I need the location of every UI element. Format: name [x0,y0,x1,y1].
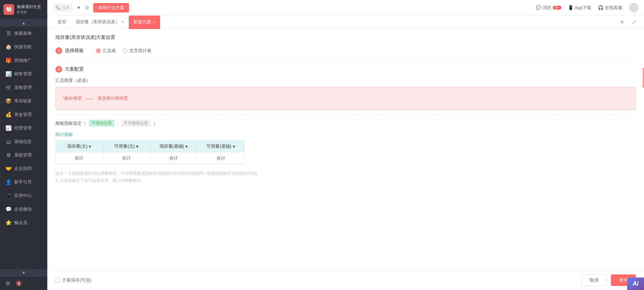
search-bar[interactable]: 🔍 搜索 [53,3,73,12]
ai-badge[interactable]: Ai [627,277,644,290]
chevron-down-icon-4: ▾ [233,144,235,149]
newbie-icon: 👤 [5,179,11,185]
sidebar-item-basics[interactable]: 🗂 基础信息 [0,135,47,148]
tab-new-plan-close[interactable]: × [153,20,155,24]
member-icon: ⭐ [5,220,11,226]
chevron-down-icon-3: ▾ [185,144,188,149]
sidebar-item-finance[interactable]: 💰 资金管理 [0,108,47,121]
save-checkbox[interactable] [55,278,60,283]
stats-table: 现存量(主) ▾ 可用量(主) ▾ 现存量(基辅) ▾ [55,140,245,164]
sidebar-item-company[interactable]: 🤝 企业协同 [0,162,47,175]
stats-col-4-header[interactable]: 可用量(基辅) ▾ [197,141,244,152]
scroll-up-arrow[interactable]: ▲ [0,19,47,27]
radio-cross-label: 交叉统计表 [129,48,151,54]
section-1-title: 选择模板 [65,48,84,54]
marketing-icon: 🎁 [5,57,11,64]
dim-placeholder: 请选择分组维度 [97,95,128,101]
scroll-down-arrow[interactable]: ▼ [0,269,47,276]
chevron-down-icon-1: ▾ [89,144,91,149]
section-2: 2 方案配置 汇总维度（必选） *纵向维度 —— 请选择分组维度 模板指标设定（ [55,66,636,184]
company-icon: 🤝 [5,166,11,172]
sidebar-item-sales[interactable]: 📊 销售管理 [0,67,47,81]
indicator-settings: 模板指标设定（ 可拖动位置 | 不可拖动位置 ） [55,120,636,127]
save-option: 方案保存(可选) [55,277,92,283]
indicator-suffix: ） [153,120,158,126]
topbar: 🔍 搜索 ▼ ⚙ 体验行业方案 💬 消息 99+ 📱 App下载 🎧 在线客服 [47,0,644,16]
sidebar-item-app-center[interactable]: 📱 应用中心 [0,189,47,202]
tab-inventory-close[interactable]: × [122,20,124,24]
search-placeholder: 搜索 [62,5,70,10]
topbar-right: 💬 消息 99+ 📱 App下载 🎧 在线客服 [536,3,639,13]
sidebar-item-label: 搜索菜单 [14,30,32,37]
logo-icon: 畅 [3,4,14,15]
template-radio-group: 汇总表 交叉统计表 [96,48,151,54]
section-1-divider [55,59,636,59]
customer-service-btn[interactable]: 🎧 在线客服 [598,5,622,11]
section-2-divider [55,115,636,115]
sidebar-item-search-menu[interactable]: ☰ 搜索菜单 [0,27,47,40]
sidebar-item-system[interactable]: ⚙ 系统管理 [0,148,47,162]
tab-home-label: 首页 [57,19,66,25]
tabs-close-btn[interactable]: ✕ [617,18,626,27]
section-2-header: 2 方案配置 [55,66,636,73]
sidebar-item-inventory[interactable]: 📦 库存核算 [0,94,47,108]
avatar[interactable] [629,3,639,13]
tab-inventory[interactable]: 现存量（库存状况表） × [71,16,129,29]
stats-col-1-body: 合计 [56,152,103,164]
sidebar-item-operations[interactable]: 📈 经营管理 [0,121,47,135]
topbar-settings-icon[interactable]: ⚙ [85,5,89,11]
message-btn[interactable]: 💬 消息 99+ [536,5,561,11]
sidebar-item-marketing[interactable]: 🎁 营销推广 [0,54,47,67]
app-badge: 标准版 [17,10,41,15]
sidebar-item-label: 资金管理 [14,112,32,118]
chevron-down-icon-2: ▾ [136,144,139,149]
dim-vertical-label: *纵向维度 [63,95,82,101]
sidebar: 畅 畅康通好生意 标准版 ▲ ☰ 搜索菜单 🏠 快捷导航 🎁 营销推广 📊 销售… [0,0,47,290]
app-download-btn[interactable]: 📱 App下载 [568,5,591,11]
sidebar-item-newbie[interactable]: 👤 新手引导 [0,175,47,189]
sidebar-item-label: 企业微信 [14,206,32,212]
sidebar-item-wechat[interactable]: 💬 企业微信 [0,202,47,216]
stats-col-1-header[interactable]: 现存量(主) ▾ [56,141,103,152]
finance-icon: 💰 [5,112,11,118]
tab-home[interactable]: 首页 [53,16,71,29]
topbar-dropdown[interactable]: ▼ [77,5,81,10]
sidebar-item-quick-nav[interactable]: 🏠 快捷导航 [0,40,47,54]
sidebar-item-label: 应用中心 [14,193,32,199]
customer-service-label: 在线客服 [605,5,622,11]
search-icon: 🔍 [55,5,60,10]
message-badge: 99+ [553,6,561,9]
sound-icon[interactable]: 🔇 [16,280,22,287]
tips-section: 提示： 1.拖动标题栏可以调整布局，不可跨维度或指标区域拖动栏目字段(只能在同一… [55,171,636,184]
dimension-area[interactable]: *纵向维度 —— 请选择分组维度 [55,87,636,110]
radio-summary[interactable]: 汇总表 [96,48,116,54]
stats-col-3-body: 合计 [150,152,198,164]
settings-icon[interactable]: ⚙ [5,280,10,287]
tabs-expand-btn[interactable]: ⤢ [629,18,639,27]
sidebar-item-label: 新手引导 [14,179,32,185]
stats-col-3-header[interactable]: 现存量(基辅) ▾ [150,141,198,152]
sidebar-item-label: 库存核算 [14,98,32,104]
system-icon: ⚙ [5,152,11,158]
section-2-title: 方案配置 [65,66,84,72]
tip-2: 2. 点击标题栏下拉可设置排序、插入列和删除列 [55,178,636,184]
quick-nav-icon: 🏠 [5,44,11,50]
trial-btn[interactable]: 体验行业方案 [93,3,129,13]
inventory-icon: 📦 [5,98,11,104]
stats-body-row: 合计 合计 合计 合计 [56,152,244,164]
right-accent-bar [643,68,644,88]
cancel-button[interactable]: 取消 [581,274,607,286]
sidebar-item-member[interactable]: ⭐ 畅会员 [0,216,47,229]
tab-new-plan[interactable]: 新建方案 × [129,16,160,29]
stats-section: 统计指标 现存量(主) ▾ 可用量(主) ▾ [55,131,636,165]
section-1-header: 1 选择模板 汇总表 交叉统计表 [55,47,636,54]
stats-header-row: 现存量(主) ▾ 可用量(主) ▾ 现存量(基辅) ▾ [56,141,244,152]
sidebar-item-purchase[interactable]: 🛒 采购管理 [0,81,47,94]
page-title: 现存量(库存状况表)方案设置 [55,34,636,41]
sidebar-menu: ☰ 搜索菜单 🏠 快捷导航 🎁 营销推广 📊 销售管理 🛒 采购管理 📦 库存核… [0,27,47,269]
stats-col-2-header[interactable]: 可用量(主) ▾ [103,141,150,152]
dim-label: 汇总维度（必选） [55,77,636,83]
app-name: 畅康通好生意 [17,4,41,10]
sidebar-item-label: 系统管理 [14,152,32,158]
radio-cross[interactable]: 交叉统计表 [123,48,151,54]
